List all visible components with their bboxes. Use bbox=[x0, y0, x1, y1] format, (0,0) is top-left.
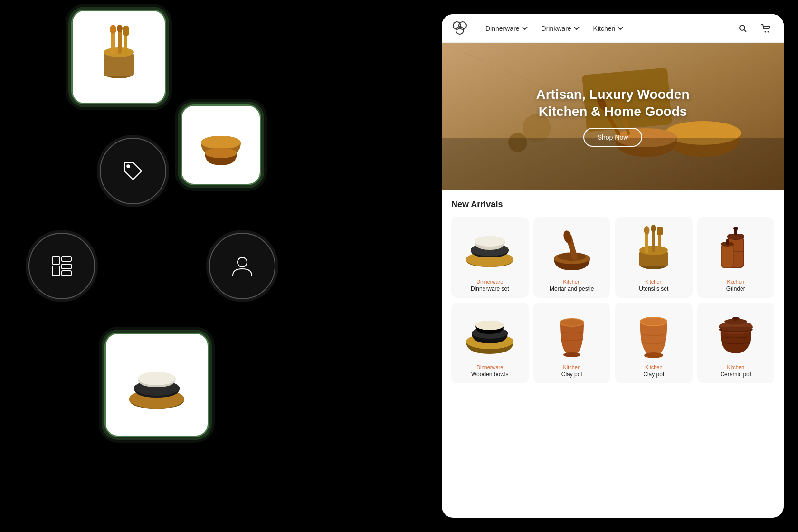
product-category-clay-pot-1: Kitchen bbox=[563, 364, 580, 370]
product-card-wooden-bowls[interactable]: Dinnerware Wooden bowls bbox=[451, 303, 529, 383]
left-panel bbox=[0, 0, 271, 532]
svg-point-31 bbox=[768, 31, 769, 32]
hero-banner: Artisan, Luxury Wooden Kitchen & Home Go… bbox=[442, 43, 784, 190]
svg-point-25 bbox=[138, 372, 176, 385]
svg-rect-18 bbox=[62, 271, 71, 276]
product-category-grinder: Kitchen bbox=[727, 279, 744, 285]
svg-point-13 bbox=[127, 165, 130, 168]
product-card-mortar-pestle[interactable]: Kitchen Mortar and pestle bbox=[533, 217, 611, 298]
product-name-clay-pot-1: Clay pot bbox=[561, 371, 582, 378]
logo[interactable] bbox=[451, 20, 468, 37]
brand-logo-icon bbox=[451, 20, 468, 37]
dashboard-icon bbox=[48, 252, 76, 280]
svg-rect-74 bbox=[722, 245, 733, 267]
svg-point-70 bbox=[733, 227, 738, 230]
svg-point-12 bbox=[205, 148, 237, 158]
hero-content: Artisan, Luxury Wooden Kitchen & Home Go… bbox=[442, 43, 784, 190]
dinnerware-set-svg bbox=[124, 354, 190, 416]
dinnerware-set-product-svg bbox=[461, 225, 518, 273]
utensils-set-svg bbox=[625, 223, 682, 275]
price-tag-icon bbox=[119, 157, 147, 185]
product-card-clay-pot-1[interactable]: Kitchen Clay pot bbox=[533, 303, 611, 383]
svg-point-60 bbox=[644, 226, 650, 235]
product-name-clay-pot-2: Clay pot bbox=[643, 371, 664, 378]
product-image-ceramic-pot bbox=[703, 308, 769, 361]
product-name-grinder: Grinder bbox=[726, 285, 745, 292]
app-window: Dinnerware Drinkware Kitchen bbox=[442, 14, 784, 518]
svg-point-4 bbox=[110, 25, 116, 34]
nav-links: Dinnerware Drinkware Kitchen bbox=[480, 22, 723, 35]
svg-point-82 bbox=[475, 321, 504, 330]
svg-rect-76 bbox=[726, 239, 729, 245]
svg-point-62 bbox=[651, 225, 656, 232]
svg-point-87 bbox=[644, 352, 663, 358]
grinder-svg bbox=[707, 223, 764, 275]
product-name-ceramic-pot: Ceramic pot bbox=[720, 371, 751, 378]
user-icon-circle[interactable] bbox=[209, 233, 276, 299]
product-name-mortar-pestle: Mortar and pestle bbox=[550, 285, 594, 292]
product-category-dinnerware-set: Dinnerware bbox=[476, 279, 503, 285]
product-image-mortar-pestle bbox=[539, 223, 605, 275]
product-image-clay-pot-2 bbox=[621, 308, 687, 361]
price-tag-icon-circle[interactable] bbox=[100, 138, 166, 204]
product-card-utensils-set[interactable]: Kitchen Utensils set bbox=[615, 217, 693, 298]
product-card-dinnerware-set[interactable]: Dinnerware Dinnerware set bbox=[451, 217, 529, 298]
clay-pot-2-svg bbox=[625, 308, 682, 361]
svg-point-84 bbox=[563, 352, 580, 357]
chevron-down-icon bbox=[617, 25, 624, 32]
search-button[interactable] bbox=[734, 20, 751, 37]
new-arrivals-section: New Arrivals D bbox=[442, 190, 784, 393]
svg-point-30 bbox=[765, 31, 766, 32]
svg-point-19 bbox=[238, 257, 247, 267]
svg-point-29 bbox=[740, 25, 745, 30]
product-image-dinnerware-set bbox=[457, 223, 523, 275]
products-grid: Dinnerware Dinnerware set bbox=[451, 217, 774, 383]
product-category-wooden-bowls: Dinnerware bbox=[476, 364, 503, 370]
nav-dinnerware[interactable]: Dinnerware bbox=[480, 22, 534, 35]
svg-rect-16 bbox=[62, 256, 71, 261]
svg-rect-17 bbox=[62, 264, 71, 269]
svg-rect-64 bbox=[657, 227, 663, 235]
product-card-clay-pot-2[interactable]: Kitchen Clay pot bbox=[615, 303, 693, 383]
dinnerware-set-icon-box[interactable] bbox=[104, 332, 209, 437]
product-category-utensils-set: Kitchen bbox=[645, 279, 663, 285]
ceramic-pot-svg bbox=[707, 308, 764, 361]
product-name-dinnerware-set: Dinnerware set bbox=[471, 285, 509, 292]
section-title: New Arrivals bbox=[451, 200, 774, 209]
chevron-down-icon bbox=[522, 25, 528, 32]
nav-kitchen[interactable]: Kitchen bbox=[588, 22, 630, 35]
chevron-down-icon bbox=[573, 25, 580, 32]
svg-rect-14 bbox=[52, 256, 60, 264]
svg-point-10 bbox=[201, 136, 241, 149]
product-card-grinder[interactable]: Kitchen Grinder bbox=[697, 217, 775, 298]
utensils-holder-icon-box[interactable] bbox=[71, 10, 166, 104]
cart-button[interactable] bbox=[757, 20, 774, 37]
product-card-ceramic-pot[interactable]: Kitchen Ceramic pot bbox=[697, 303, 775, 383]
dashboard-icon-circle[interactable] bbox=[28, 233, 95, 299]
svg-point-6 bbox=[117, 25, 123, 32]
cart-icon bbox=[761, 24, 770, 33]
wooden-bowls-small-svg bbox=[195, 119, 247, 171]
wooden-bowls-svg bbox=[461, 308, 518, 361]
shop-now-button[interactable]: Shop Now bbox=[583, 128, 643, 147]
svg-rect-15 bbox=[52, 266, 60, 276]
hero-title: Artisan, Luxury Wooden Kitchen & Home Go… bbox=[518, 86, 708, 121]
utensils-holder-svg bbox=[90, 24, 147, 90]
svg-point-50 bbox=[475, 236, 505, 247]
nav-actions bbox=[734, 20, 774, 37]
product-category-mortar-pestle: Kitchen bbox=[563, 279, 580, 285]
search-icon bbox=[738, 24, 748, 33]
mortar-pestle-svg bbox=[543, 225, 600, 273]
clay-pot-1-svg bbox=[543, 308, 600, 361]
svg-rect-94 bbox=[734, 317, 737, 320]
nav-drinkware[interactable]: Drinkware bbox=[536, 22, 586, 35]
user-icon bbox=[228, 252, 256, 280]
navigation: Dinnerware Drinkware Kitchen bbox=[442, 14, 784, 43]
product-category-ceramic-pot: Kitchen bbox=[727, 364, 744, 370]
svg-rect-8 bbox=[123, 26, 129, 36]
product-category-clay-pot-2: Kitchen bbox=[645, 364, 663, 370]
wooden-bowls-small-icon-box[interactable] bbox=[180, 104, 261, 185]
product-image-utensils-set bbox=[621, 223, 687, 275]
product-image-clay-pot-1 bbox=[539, 308, 605, 361]
product-name-wooden-bowls: Wooden bowls bbox=[471, 371, 509, 378]
